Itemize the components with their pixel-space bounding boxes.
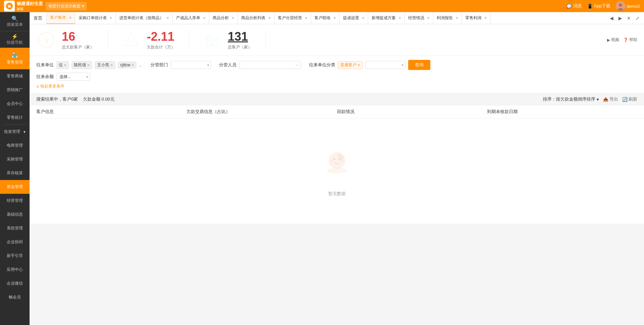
video-help-button[interactable]: ▶ 视频 [607,37,619,43]
tab-maximize[interactable]: ⤢ [634,14,641,22]
sidebar-item-inventory[interactable]: 库存核算 [0,166,30,180]
video-icon: ▶ [607,38,610,42]
sidebar-item-retail-mgmt[interactable]: 🏪 零售管理 [0,48,30,69]
remove-tag-wu[interactable]: ✕ [64,63,67,67]
account-selector[interactable]: 母婴行业演示账套 ▾ [46,2,87,10]
filter-tag-cjttcw: cjttcw ✕ [118,62,136,68]
total-customers-number: 16 [62,30,94,44]
tab-close-icon[interactable]: ✕ [305,16,307,20]
tab-close-icon[interactable]: ✕ [231,16,234,20]
person-filter-label: 分管人员 [219,62,237,68]
svg-rect-12 [210,37,211,38]
tab-close-icon[interactable]: ✕ [427,16,430,20]
retail-icon: 🏪 [11,52,18,58]
svg-text:!: ! [131,39,132,44]
tab-commission-settings[interactable]: 提成设置 ✕ [340,12,368,24]
tab-close-all[interactable]: ✕ [625,14,633,22]
stat-text-customers: 16 总欠款客户（家） [62,30,94,50]
tab-close-icon[interactable]: ✕ [166,16,169,20]
sidebar-item-member-center[interactable]: 会员中心 [0,97,30,111]
collapse-button[interactable]: ∧ 收起更多条件 [36,83,637,89]
dept-select[interactable] [171,61,211,69]
sidebar-item-member[interactable]: 畅会员 [0,290,30,304]
sidebar-quick-nav[interactable]: ⚡ 快捷导航 [0,31,30,48]
tab-stock-stats-by-product[interactable]: 进货单统计表（按商品） ✕ [116,12,173,24]
export-button[interactable]: 📤 导出 [603,96,618,102]
total-customers2-label: 总客户（家） [228,44,252,50]
sidebar-item-purchase[interactable]: 采购管理 [0,152,30,166]
tab-close-icon[interactable]: ✕ [110,16,112,20]
sidebar-item-operations[interactable]: 经营管理 [0,194,30,208]
sidebar-item-retail-stats[interactable]: 零售统计 [0,111,30,124]
sidebar-item-wholesale[interactable]: 批发管理 ▾ [0,125,30,139]
sidebar-item-basic-info[interactable]: 基础信息 [0,208,30,221]
messages-button[interactable]: 💬 消息 [566,3,582,9]
sidebar-item-app-center[interactable]: 应用中心 [0,263,30,277]
refresh-icon: 🔄 [622,97,628,102]
svg-text:¥: ¥ [44,37,48,44]
tab-close-icon[interactable]: ✕ [268,16,271,20]
svg-rect-10 [213,38,218,46]
app-download-button[interactable]: 📱 App下载 [587,3,610,9]
person-input[interactable] [239,61,301,69]
tab-customer-contact[interactable]: 客户联络 ✕ [311,12,340,24]
sidebar-item-enterprise-collab[interactable]: 企业协同 [0,235,30,249]
stat-total-customers2: 131 总客户（家） [202,30,266,50]
user-profile[interactable]: demo2 [616,1,640,11]
stat-debt-amount: ! -2.11 欠款合计（万） [121,30,189,50]
remove-tag-wang[interactable]: ✕ [110,63,113,67]
remove-tag-cjttcw[interactable]: ✕ [131,63,134,67]
query-button[interactable]: 查询 [408,60,430,70]
sidebar-item-retail-store[interactable]: 零售商城 [0,69,30,83]
stat-help-area: ▶ 视频 ❓ 帮助 [607,37,637,43]
help-button[interactable]: ❓ 帮助 [623,37,637,43]
sidebar-search[interactable]: 🔍 搜索菜单 [0,12,30,31]
remove-tag-chen[interactable]: ✕ [87,63,90,67]
sidebar-item-guide[interactable]: 新手引导 [0,249,30,263]
svg-text:畅: 畅 [8,4,11,8]
svg-rect-16 [217,40,218,41]
tab-finished-goods[interactable]: 产成品入库单 ✕ [173,12,209,24]
sidebar-item-wechat[interactable]: 企业微信 [0,277,30,290]
filter-tag-category: 普通客户 ✕ [338,61,362,69]
col-customer-info: 客户信息 [36,109,186,115]
remove-category-tag[interactable]: ✕ [357,63,360,67]
tab-close-icon[interactable]: ✕ [456,16,458,20]
tab-product-analysis[interactable]: 商品分析 ✕ [209,12,238,24]
tab-close-icon[interactable]: ✕ [203,16,206,20]
tab-profit-report[interactable]: 利润报告 ✕ [433,12,462,24]
debt-icon: ! [121,30,141,50]
sidebar-item-marketing[interactable]: 营销推广 [0,83,30,97]
sort-select[interactable]: 排序：按欠款金额倒序排序 ▾ [543,96,599,102]
balance-filter-label: 往来余额 [36,74,54,80]
logo-icon: 畅 [4,1,15,11]
sidebar-item-system[interactable]: 系统管理 [0,221,30,235]
tab-close-icon[interactable]: ✕ [484,16,487,20]
tab-customer-ledger[interactable]: 客户账本 ✕ [47,12,75,24]
tab-home[interactable]: 首页 [30,12,47,24]
balance-select-wrap: 选择... [56,73,90,81]
more-tags-button[interactable]: ... [139,63,142,67]
filter-row-1: 往来单位 伍 ✕ 陈民强 ✕ 王小亮 ✕ [36,60,637,70]
sidebar-item-ecommerce[interactable]: 电商管理 [0,139,30,152]
refresh-button[interactable]: 🔄 刷新 [622,96,637,102]
tab-customer-tier[interactable]: 客户分层经营 ✕ [274,12,311,24]
balance-select[interactable]: 选择... [56,73,90,81]
svg-rect-14 [210,39,211,40]
tab-close-icon[interactable]: ✕ [362,16,364,20]
content-area: 首页 客户账本 ✕ 采购订单统计表 ✕ 进货单统计表（按商品） ✕ 产成品入库单… [30,12,644,325]
results-bar: 搜索结果中，客户0家 欠款金额 0.00元 排序：按欠款金额倒序排序 ▾ 📤 导… [30,94,644,105]
tab-retail-profit[interactable]: 零售利润 ✕ [462,12,490,24]
tab-operations-overview[interactable]: 经营情况 ✕ [405,12,433,24]
category-select[interactable] [365,61,405,69]
person-input-wrap: ··· [239,61,301,69]
tab-close-icon[interactable]: ✕ [69,16,72,20]
tab-product-analysis-list[interactable]: 商品分析列表 ✕ [238,12,274,24]
tab-close-icon[interactable]: ✕ [398,16,401,20]
tab-close-icon[interactable]: ✕ [333,16,336,20]
sidebar-item-capital[interactable]: 资金管理 [0,180,30,194]
tab-add-commission-plan[interactable]: 新增提成方案 ✕ [368,12,405,24]
tab-scroll-left[interactable]: ◀ [608,14,615,22]
tab-scroll-right[interactable]: ▶ [616,14,624,22]
tab-purchase-order-stats[interactable]: 采购订单统计表 ✕ [75,12,116,24]
